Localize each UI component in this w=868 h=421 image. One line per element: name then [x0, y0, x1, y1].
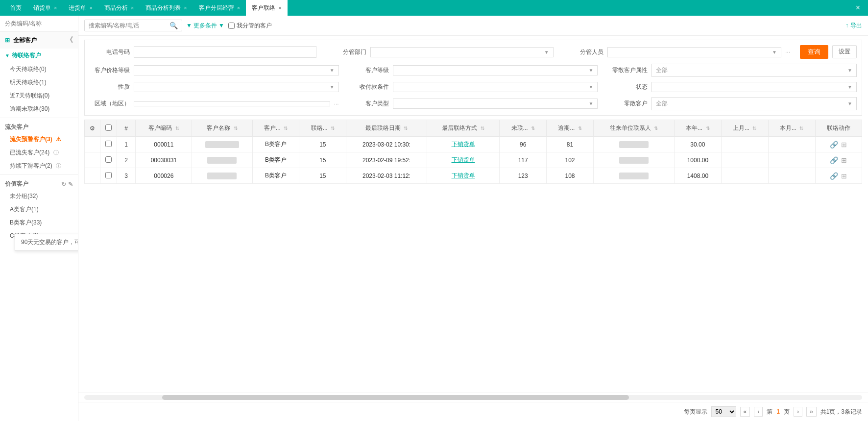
- sidebar-item-declining[interactable]: 持续下滑客户(2) ⓘ: [0, 159, 78, 173]
- select-all-checkbox[interactable]: [105, 124, 112, 131]
- this-month-sort-icon: ⇅: [799, 125, 803, 131]
- row3-number: 3: [117, 168, 136, 184]
- customer-tier-select[interactable]: ▼: [393, 65, 598, 75]
- row1-link-icon[interactable]: 🔗: [830, 141, 838, 149]
- col-code[interactable]: 客户编码 ⇅: [136, 120, 192, 137]
- row1-action-icons: 🔗 ⊞: [820, 141, 857, 149]
- refresh-icon[interactable]: ↻: [61, 181, 66, 188]
- price-tier-select[interactable]: ▼: [134, 65, 339, 75]
- region-dots[interactable]: ···: [334, 100, 339, 107]
- my-customers-checkbox[interactable]: 我分管的客户: [228, 22, 272, 30]
- nature-arrow-icon: ▼: [330, 84, 335, 90]
- phone-label: 电话号码: [90, 48, 134, 56]
- row2-grid-icon[interactable]: ⊞: [841, 156, 847, 164]
- row3-link-icon[interactable]: 🔗: [830, 172, 838, 180]
- col-name[interactable]: 客户名称 ⇅: [192, 120, 252, 137]
- sidebar-item-today-pending[interactable]: 今天待联络(0): [0, 63, 78, 76]
- tab-purchase[interactable]: 进货单 ×: [63, 0, 98, 16]
- overdue-sort-icon: ⇅: [578, 125, 582, 131]
- row1-this-year: 30.00: [674, 137, 721, 152]
- sidebar-item-lost-warning[interactable]: 流失预警客户(3) ⚠: [0, 133, 78, 146]
- sidebar-item-ungrouped[interactable]: 未分组(32): [0, 190, 78, 203]
- my-customers-check[interactable]: [228, 23, 235, 29]
- tab-customer-tier[interactable]: 客户分层经营 ×: [193, 0, 246, 16]
- first-page-button[interactable]: «: [740, 407, 750, 417]
- col-last-date[interactable]: 最后联络日期 ⇅: [346, 120, 427, 137]
- prev-page-button[interactable]: ‹: [754, 407, 763, 417]
- row2-uncontacted: 117: [500, 152, 547, 168]
- row3-grid-icon[interactable]: ⊞: [841, 172, 847, 180]
- tab-goods-analysis-list[interactable]: 商品分析列表 ×: [140, 0, 193, 16]
- close-purchase-tab[interactable]: ×: [89, 5, 92, 11]
- row1-grid-icon[interactable]: ⊞: [841, 141, 847, 149]
- table-body: 1 000011 ████████ B类客户 15 2023-03-02 10:…: [85, 137, 862, 184]
- sidebar-item-a-type[interactable]: A类客户(1): [0, 203, 78, 216]
- col-check[interactable]: [100, 120, 117, 137]
- tab-customer-contact[interactable]: 客户联络 ×: [246, 0, 287, 16]
- manager-dots[interactable]: ···: [785, 49, 790, 55]
- next-page-button[interactable]: ›: [794, 407, 802, 417]
- search-input[interactable]: [89, 22, 169, 29]
- col-this-year[interactable]: 本年... ⇅: [674, 120, 721, 137]
- customer-type-select[interactable]: ▼: [393, 99, 598, 109]
- page-unit: 页: [784, 408, 790, 416]
- col-last-month[interactable]: 上月... ⇅: [721, 120, 768, 137]
- row3-historical: ██ ...: [593, 168, 674, 184]
- edit-icon[interactable]: ✎: [68, 181, 73, 188]
- sidebar-group-lost: 流失客户: [0, 120, 78, 133]
- sidebar-item-b-type[interactable]: B类客户(33): [0, 216, 78, 229]
- tab-goods-analysis[interactable]: 商品分析 ×: [98, 0, 140, 16]
- tab-home[interactable]: 首页: [4, 0, 27, 16]
- col-overdue[interactable]: 逾期... ⇅: [547, 120, 594, 137]
- sidebar-item-tomorrow-pending[interactable]: 明天待联络(1): [0, 76, 78, 89]
- dept-select[interactable]: ▼: [370, 47, 553, 57]
- horizontal-scrollbar[interactable]: [78, 393, 868, 402]
- sidebar-all-customers[interactable]: ⊞ 全部客户 《: [0, 32, 78, 49]
- col-uncontacted[interactable]: 未联... ⇅: [500, 120, 547, 137]
- scroll-thumb[interactable]: [162, 395, 629, 400]
- payment-select[interactable]: ▼: [393, 82, 598, 92]
- close-goods-analysis-tab[interactable]: ×: [131, 5, 134, 11]
- tab-sales[interactable]: 销货单 ×: [27, 0, 63, 16]
- retail-attr-select[interactable]: 全部 ▼: [651, 64, 857, 77]
- last-page-button[interactable]: »: [806, 407, 817, 417]
- value-group-label: 价值客户: [5, 180, 28, 188]
- per-page-select[interactable]: 50 100 200: [711, 406, 736, 417]
- row1-check[interactable]: [100, 137, 117, 152]
- row3-check[interactable]: [100, 168, 117, 184]
- status-select[interactable]: ▼: [651, 82, 857, 92]
- pending-group-label: 待联络客户: [12, 51, 41, 60]
- row1-overdue: 81: [547, 137, 594, 152]
- export-button[interactable]: ↑ 导出: [845, 22, 862, 30]
- col-contact[interactable]: 联络... ⇅: [299, 120, 346, 137]
- more-filter-button[interactable]: ▼ 更多条件 ▼: [186, 22, 224, 30]
- phone-input[interactable]: [134, 46, 316, 58]
- region-select[interactable]: [134, 101, 330, 106]
- row2-check[interactable]: [100, 152, 117, 168]
- sidebar-group-pending[interactable]: ▼ 待联络客户: [0, 49, 78, 63]
- col-this-month[interactable]: 本月... ⇅: [768, 120, 815, 137]
- sidebar-collapse-icon[interactable]: 《: [66, 36, 73, 45]
- sidebar-item-overdue-pending[interactable]: 逾期未联络(30): [0, 102, 78, 116]
- close-customer-tier-tab[interactable]: ×: [237, 5, 240, 11]
- query-button[interactable]: 查询: [800, 45, 828, 59]
- nature-select[interactable]: ▼: [134, 82, 339, 92]
- close-customer-contact-tab[interactable]: ×: [278, 5, 281, 11]
- col-type[interactable]: 客户... ⇅: [252, 120, 299, 137]
- retail-select[interactable]: 全部 ▼: [651, 97, 857, 110]
- this-year-sort-icon: ⇅: [706, 125, 710, 131]
- sidebar-item-week-pending[interactable]: 近7天待联络(0): [0, 89, 78, 102]
- manager-select[interactable]: ▼: [607, 47, 781, 57]
- col-last-method[interactable]: 最后联络方式 ⇅: [427, 120, 499, 137]
- sidebar-item-already-lost[interactable]: 已流失客户(24) ⓘ: [0, 146, 78, 159]
- settings-button[interactable]: 设置: [832, 45, 857, 58]
- search-icon[interactable]: 🔍: [169, 22, 178, 29]
- retail-attr-label: 零散客户属性: [607, 66, 651, 74]
- close-all-tabs[interactable]: ×: [852, 3, 864, 12]
- row2-link-icon[interactable]: 🔗: [830, 156, 838, 164]
- close-goods-analysis-list-tab[interactable]: ×: [184, 5, 187, 11]
- col-historical[interactable]: 往来单位联系人 ⇅: [593, 120, 674, 137]
- close-sales-tab[interactable]: ×: [54, 5, 57, 11]
- sidebar-search-input[interactable]: [5, 20, 78, 27]
- col-settings[interactable]: ⚙: [85, 120, 100, 137]
